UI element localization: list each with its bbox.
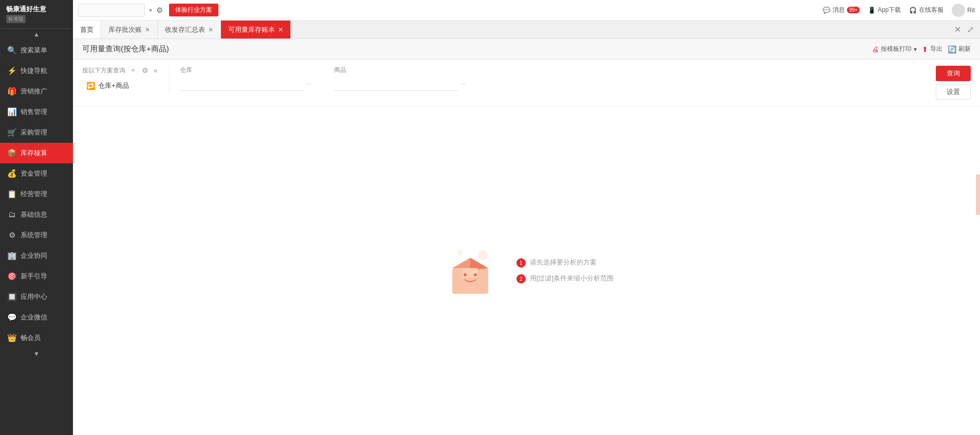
svg-point-5	[457, 250, 463, 256]
tab-summary-close[interactable]: ✕	[208, 27, 213, 33]
app-download-item[interactable]: 📱 App下载	[868, 6, 901, 14]
empty-illustration	[439, 240, 501, 301]
content-area: 可用量查询(按仓库+商品) 🖨 按模板打印 ▾ ⬆ 导出 🔄 刷新	[73, 39, 980, 435]
member-icon: 👑	[7, 333, 16, 343]
product-input[interactable]	[334, 77, 457, 91]
empty-state: 1 请先选择要分析的方案 2 用[过滤]条件来缩小分析范围	[73, 106, 980, 435]
newbie-icon: 🎯	[7, 272, 16, 281]
warehouse-more-btn[interactable]: ···	[306, 80, 311, 87]
page-header: 可用量查询(按仓库+商品) 🖨 按模板打印 ▾ ⬆ 导出 🔄 刷新	[73, 39, 980, 60]
sidebar-item-sales[interactable]: 📊 销售管理	[0, 102, 73, 122]
tab-home-label: 首页	[80, 25, 94, 34]
scheme-warehouse-product[interactable]: 🔁 仓库+商品	[82, 79, 163, 92]
sidebar-item-basic[interactable]: 🗂 基础信息	[0, 204, 73, 225]
filter-field-product: 商品 ···	[334, 66, 478, 91]
sidebar-item-quick-nav[interactable]: ⚡ 快捷导航	[0, 61, 73, 81]
tab-batch-close[interactable]: ✕	[145, 27, 150, 33]
quick-nav-icon: ⚡	[7, 66, 16, 75]
online-service-item[interactable]: 🎧 在线客服	[909, 6, 944, 14]
enterprise-icon: 🏢	[7, 251, 16, 260]
export-icon: ⬆	[922, 45, 928, 53]
main-area: ▾ ⚙ 体验行业方案 💬 消息 99+ 📱 App下载 🎧 在线客服 Rit	[73, 0, 980, 435]
tip-num-1: 1	[516, 258, 526, 268]
sidebar-item-wechat[interactable]: 💬 企业微信	[0, 307, 73, 328]
tab-batch[interactable]: 库存批次账 ✕	[101, 21, 158, 39]
message-icon: 💬	[823, 7, 830, 14]
add-scheme-btn[interactable]: ＋	[128, 66, 138, 75]
sidebar-item-label: 经营管理	[21, 190, 47, 199]
page-header-actions: 🖨 按模板打印 ▾ ⬆ 导出 🔄 刷新	[872, 45, 971, 53]
filter-scheme-header: 按以下方案查询 ＋ ⚙ «	[82, 66, 163, 75]
tip-text-2: 用[过滤]条件来缩小分析范围	[530, 274, 614, 283]
sidebar-item-label: 新手引导	[21, 272, 47, 281]
print-icon: 🖨	[872, 45, 879, 53]
scheme-icon: 🔁	[86, 82, 95, 90]
tab-close-all-btn[interactable]: ✕	[952, 24, 963, 35]
sidebar-item-label: 采购管理	[21, 128, 47, 137]
operations-icon: 📋	[7, 190, 16, 199]
sidebar-item-purchase[interactable]: 🛒 采购管理	[0, 122, 73, 143]
export-action[interactable]: ⬆ 导出	[922, 45, 942, 53]
sidebar-item-operations[interactable]: 📋 经营管理	[0, 184, 73, 204]
user-name: Rit	[967, 7, 975, 14]
scroll-up-btn[interactable]: ▲	[0, 29, 73, 40]
product-more-btn[interactable]: ···	[460, 80, 466, 87]
topbar-right: 💬 消息 99+ 📱 App下载 🎧 在线客服 Rit	[823, 4, 975, 17]
refresh-label: 刷新	[958, 45, 971, 53]
user-area[interactable]: Rit	[952, 4, 975, 17]
tab-available-close[interactable]: ✕	[278, 27, 283, 33]
svg-point-7	[474, 273, 477, 276]
message-badge: 99+	[847, 7, 860, 13]
product-field-label: 商品	[334, 66, 478, 74]
sidebar-item-newbie[interactable]: 🎯 新手引导	[0, 266, 73, 287]
settings-btn[interactable]: 设置	[936, 84, 971, 100]
tabbar: 首页 库存批次账 ✕ 收发存汇总表 ✕ 可用量库存账本 ✕ ✕ ⤢	[73, 21, 980, 39]
right-scrollbar[interactable]	[976, 174, 980, 215]
manage-scheme-btn[interactable]: ⚙	[141, 66, 150, 74]
sidebar-item-enterprise[interactable]: 🏢 企业协同	[0, 245, 73, 266]
tab-restore-btn[interactable]: ⤢	[965, 24, 976, 35]
sidebar-item-label: 基础信息	[21, 210, 47, 219]
sidebar-item-system[interactable]: ⚙ 系统管理	[0, 225, 73, 245]
filter-scheme-label: 按以下方案查询	[82, 66, 125, 75]
empty-tip-1: 1 请先选择要分析的方案	[516, 258, 614, 268]
trial-btn[interactable]: 体验行业方案	[169, 4, 218, 16]
sidebar-item-search[interactable]: 🔍 搜索菜单	[0, 40, 73, 61]
sidebar-item-label: 企业微信	[21, 313, 47, 322]
filter-actions: 查询 设置	[926, 66, 971, 100]
sidebar-item-label: 畅会员	[21, 333, 41, 343]
sidebar-item-inventory[interactable]: 📦 库存核算	[0, 143, 73, 163]
gear-btn[interactable]: ⚙	[156, 6, 163, 15]
svg-point-6	[464, 273, 467, 276]
sidebar-item-app-center[interactable]: 🔲 应用中心	[0, 287, 73, 307]
print-action[interactable]: 🖨 按模板打印 ▾	[872, 45, 917, 53]
query-btn[interactable]: 查询	[936, 66, 971, 81]
sidebar-item-marketing[interactable]: 🎁 营销推广	[0, 81, 73, 102]
refresh-action[interactable]: 🔄 刷新	[948, 45, 971, 53]
product-field-row: ···	[334, 77, 478, 91]
svg-point-4	[478, 250, 488, 260]
dropdown-btn[interactable]: ▾	[149, 7, 152, 14]
export-label: 导出	[930, 45, 942, 53]
sidebar-item-member[interactable]: 👑 畅会员	[0, 328, 73, 348]
collapse-scheme-btn[interactable]: «	[153, 66, 159, 74]
avatar	[952, 4, 965, 17]
online-service-label: 在线客服	[919, 6, 944, 14]
warehouse-input[interactable]	[180, 77, 303, 91]
sidebar-item-finance[interactable]: 💰 资金管理	[0, 163, 73, 184]
message-item[interactable]: 💬 消息 99+	[823, 6, 860, 14]
tab-home[interactable]: 首页	[73, 21, 101, 39]
inventory-icon: 📦	[7, 148, 16, 158]
print-dropdown-icon: ▾	[914, 46, 917, 53]
tip-text-1: 请先选择要分析的方案	[530, 258, 597, 267]
filter-bar: 按以下方案查询 ＋ ⚙ « 🔁 仓库+商品 仓库 ···	[73, 60, 980, 106]
search-input[interactable]	[78, 4, 145, 17]
tab-summary[interactable]: 收发存汇总表 ✕	[158, 21, 221, 39]
tab-available[interactable]: 可用量库存账本 ✕	[221, 21, 291, 39]
sidebar-item-label: 营销推广	[21, 87, 47, 96]
wechat-icon: 💬	[7, 313, 16, 322]
app-download-label: App下载	[878, 6, 901, 14]
search-icon: 🔍	[7, 46, 16, 55]
filter-field-warehouse: 仓库 ···	[180, 66, 324, 91]
scroll-down-btn[interactable]: ▼	[0, 348, 73, 360]
